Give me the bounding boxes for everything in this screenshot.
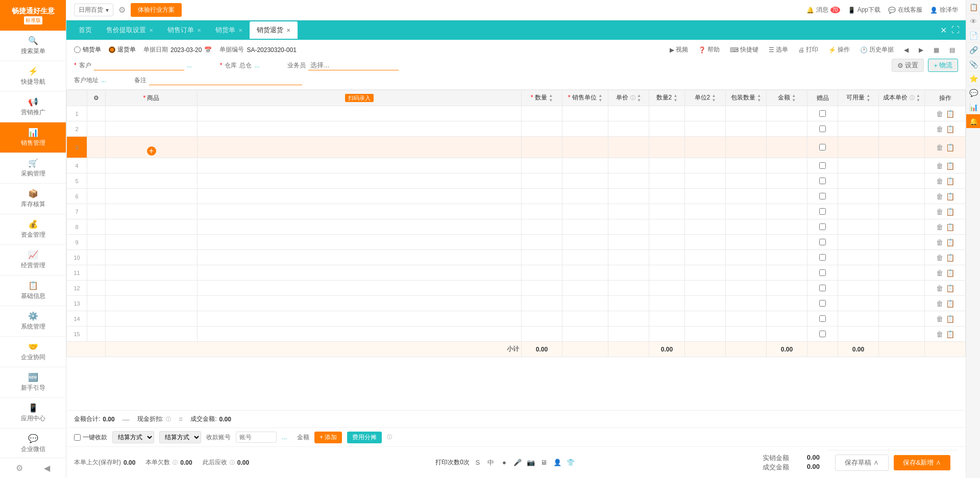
gift-checkbox-4[interactable] <box>819 162 826 169</box>
tab-sales-order[interactable]: 销售订单 ✕ <box>160 21 208 39</box>
cell-product-1[interactable] <box>106 106 198 121</box>
cell-unit2-4[interactable] <box>685 158 726 173</box>
cell-price-1[interactable] <box>608 106 649 121</box>
cell-avail-15[interactable] <box>838 326 879 342</box>
gift-checkbox-3[interactable] <box>819 144 826 150</box>
cell-qty-5[interactable] <box>522 173 562 189</box>
gift-checkbox-11[interactable] <box>819 269 826 276</box>
cell-qty-12[interactable] <box>522 281 562 296</box>
fees-btn[interactable]: 费用分摊 <box>347 432 382 443</box>
cell-unit-6[interactable] <box>562 189 608 204</box>
cell-avail-7[interactable] <box>838 204 879 219</box>
discount-help-icon[interactable]: ⓘ <box>166 416 171 423</box>
sidebar-item-shortcut[interactable]: ⚡快捷导航 <box>0 61 66 92</box>
cell-qty-9[interactable] <box>522 235 562 250</box>
cell-gift-15[interactable] <box>807 326 838 342</box>
cell-avail-13[interactable] <box>838 296 879 311</box>
right-tool-link[interactable]: 🔗 <box>966 43 980 57</box>
sidebar-item-basic[interactable]: 📋基础信息 <box>0 275 66 306</box>
cell-qty-7[interactable] <box>522 204 562 219</box>
cell-unit-1[interactable] <box>562 106 608 121</box>
copy-icon-1[interactable]: 📋 <box>946 110 954 118</box>
cell-pkg-13[interactable] <box>726 296 767 311</box>
cell-cost-12[interactable] <box>879 281 925 296</box>
sidebar-item-guide[interactable]: 🆕新手引导 <box>0 367 66 398</box>
cell-unit-15[interactable] <box>562 326 608 342</box>
cell-qty2-8[interactable] <box>649 219 685 235</box>
calendar-icon[interactable]: 📅 <box>204 46 212 54</box>
cell-avail-4[interactable] <box>838 158 879 173</box>
cell-cost-9[interactable] <box>879 235 925 250</box>
save-draft-button[interactable]: 保存草稿 ∧ <box>835 455 889 471</box>
cell-pkg-3[interactable] <box>726 137 767 158</box>
cell-qty-1[interactable] <box>522 106 562 121</box>
industry-select[interactable]: 日用百货 ▾ <box>74 4 113 16</box>
copy-icon-11[interactable]: 📋 <box>946 269 954 277</box>
cell-unit2-8[interactable] <box>685 219 726 235</box>
right-tool-chart[interactable]: 📊 <box>966 100 980 114</box>
toolbar-print-btn[interactable]: 🖨 打印 <box>795 44 821 56</box>
customer-input[interactable] <box>94 60 184 70</box>
gift-checkbox-6[interactable] <box>819 193 826 199</box>
onepay-checkbox-label[interactable]: 一键收款 <box>74 433 107 442</box>
tool-icon-6[interactable]: 🖥 <box>538 457 550 468</box>
gift-checkbox-5[interactable] <box>819 178 826 184</box>
cell-pkg-8[interactable] <box>726 219 767 235</box>
cell-unit-12[interactable] <box>562 281 608 296</box>
cell-cost-3[interactable] <box>879 137 925 158</box>
right-tool-attach[interactable]: 📎 <box>966 57 980 71</box>
cell-gift-8[interactable] <box>807 219 838 235</box>
add-payment-btn[interactable]: + 添加 <box>314 432 342 443</box>
cell-qty2-15[interactable] <box>649 326 685 342</box>
tab-home[interactable]: 首页 <box>71 21 99 39</box>
cell-pkg-6[interactable] <box>726 189 767 204</box>
cell-qty2-6[interactable] <box>649 189 685 204</box>
notification-area[interactable]: 🔔 消息 70 <box>806 6 840 14</box>
cell-cost-5[interactable] <box>879 173 925 189</box>
cell-price-13[interactable] <box>608 296 649 311</box>
tab-sales-return[interactable]: 销货退货 ✕ <box>250 21 298 39</box>
delete-icon-13[interactable]: 🗑 <box>936 299 943 308</box>
tab-sales-return-close[interactable]: ✕ <box>286 28 290 33</box>
scan-button[interactable]: 扫码录入 <box>345 94 374 102</box>
cell-qty-3[interactable] <box>522 137 562 158</box>
delete-icon-10[interactable]: 🗑 <box>936 254 943 262</box>
delete-icon-14[interactable]: 🗑 <box>936 315 943 323</box>
warehouse-dots[interactable]: ... <box>254 62 259 69</box>
sidebar-item-marketing[interactable]: 📢营销推广 <box>0 92 66 122</box>
cell-cost-14[interactable] <box>879 311 925 326</box>
cell-cost-7[interactable] <box>879 204 925 219</box>
cell-qty2-14[interactable] <box>649 311 685 326</box>
cell-pkg-7[interactable] <box>726 204 767 219</box>
cell-unit2-6[interactable] <box>685 189 726 204</box>
cell-price-15[interactable] <box>608 326 649 342</box>
cell-amount-11[interactable] <box>767 265 807 281</box>
delete-icon-9[interactable]: 🗑 <box>936 238 943 246</box>
cell-amount-7[interactable] <box>767 204 807 219</box>
cell-avail-14[interactable] <box>838 311 879 326</box>
cell-avail-12[interactable] <box>838 281 879 296</box>
save-new-button[interactable]: 保存&新增 ∧ <box>894 455 950 470</box>
th-scan[interactable]: 扫码录入 <box>198 90 522 106</box>
copy-icon-14[interactable]: 📋 <box>946 315 954 323</box>
cell-unit-3[interactable] <box>562 137 608 158</box>
cell-gift-13[interactable] <box>807 296 838 311</box>
cell-amount-2[interactable] <box>767 121 807 137</box>
sidebar-item-search[interactable]: 🔍搜索菜单 <box>0 31 66 61</box>
cell-qty-6[interactable] <box>522 189 562 204</box>
cell-avail-3[interactable] <box>838 137 879 158</box>
tool-icon-3[interactable]: ● <box>499 457 510 468</box>
note-input[interactable] <box>149 75 302 85</box>
settings-icon[interactable]: ⚙ <box>16 463 23 473</box>
cell-price-12[interactable] <box>608 281 649 296</box>
cell-price-11[interactable] <box>608 265 649 281</box>
copy-icon-4[interactable]: 📋 <box>946 162 954 170</box>
cell-cost-2[interactable] <box>879 121 925 137</box>
copy-icon-12[interactable]: 📋 <box>946 284 954 292</box>
customer-dots[interactable]: ... <box>187 62 192 69</box>
cell-qty2-7[interactable] <box>649 204 685 219</box>
cell-unit-8[interactable] <box>562 219 608 235</box>
cell-unit2-11[interactable] <box>685 265 726 281</box>
cell-avail-5[interactable] <box>838 173 879 189</box>
delete-icon-11[interactable]: 🗑 <box>936 269 943 277</box>
